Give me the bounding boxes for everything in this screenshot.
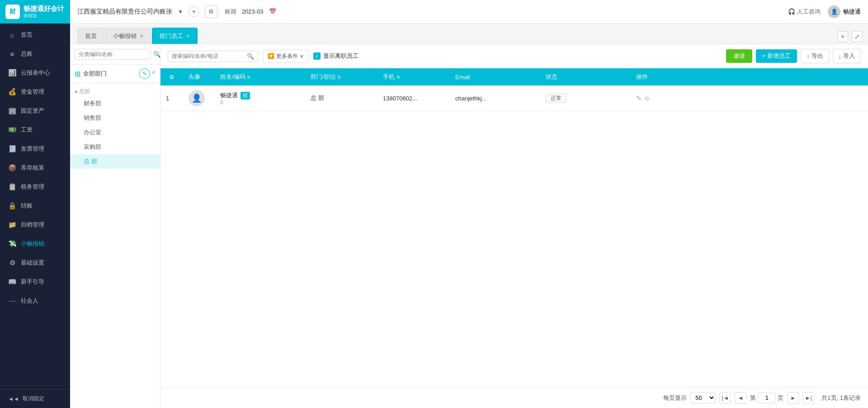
dept-item-purchase[interactable]: 采购部	[70, 140, 160, 154]
logout-employee-button[interactable]: ⎋	[645, 95, 649, 102]
sidebar-item-archive[interactable]: 📁 归档管理	[0, 215, 70, 234]
tab-expense-label: 小畅报销	[113, 32, 137, 40]
dept-actions: ✎ «	[139, 68, 156, 79]
import-button[interactable]: ↓ 导入	[833, 49, 861, 63]
tab-employees-close[interactable]: ×	[187, 33, 190, 39]
all-dept-text: 全部部门	[83, 70, 107, 78]
sidebar-item-tax[interactable]: 📋 税务管理	[0, 177, 70, 196]
export-button[interactable]: ↑ 导出	[801, 49, 829, 63]
row-status: 正常	[540, 85, 631, 111]
avatar: 👤	[828, 5, 840, 18]
home-icon: ⌂	[8, 31, 16, 39]
col-settings[interactable]: ⚙	[160, 68, 183, 85]
row-dept: 总 部	[305, 85, 377, 111]
avatar: 👤	[189, 90, 205, 106]
sidebar-item-funds[interactable]: 💰 资金管理	[0, 82, 70, 101]
col-avatar: 头像	[183, 68, 215, 85]
calendar-icon[interactable]: 📅	[269, 8, 276, 15]
dept-item-office[interactable]: 办公室	[70, 125, 160, 140]
dept-search-icon[interactable]: 🔍	[153, 51, 160, 58]
dept-tree: ▾ 总部 财务部 销售部 办公室 采购部 总 部	[70, 83, 160, 408]
sidebar-item-home[interactable]: ⌂ 首页	[0, 25, 70, 44]
row-phone: 138070602...	[377, 85, 450, 111]
page-input-wrap: 第 页	[750, 393, 783, 403]
show-resigned-label: 显示离职员工	[323, 52, 359, 60]
first-page-button[interactable]: |◄	[719, 392, 731, 404]
company-dropdown-icon[interactable]: ▼	[178, 9, 183, 15]
dept-item-general[interactable]: 总 部	[70, 154, 160, 169]
export-label: 导出	[811, 52, 823, 60]
sidebar-item-guide[interactable]: 📖 新手引导	[0, 272, 70, 291]
employee-search-input[interactable]	[172, 53, 245, 59]
user-area[interactable]: 👤 畅捷通	[828, 5, 861, 18]
col-status: 状态	[540, 68, 631, 85]
col-dept[interactable]: 部门/职位 ⇅	[305, 68, 377, 85]
tab-expense-close[interactable]: ×	[140, 33, 143, 39]
collapse-dept-button[interactable]: «	[152, 68, 156, 79]
more-icon: ⋯	[8, 297, 16, 305]
sidebar-item-more[interactable]: ⋯ 社会人	[0, 291, 70, 310]
col-name[interactable]: 姓名/编码 ⇅	[215, 68, 305, 85]
more-filter-button[interactable]: 🔽 更多条件 ∨	[263, 50, 309, 63]
dept-search-input[interactable]	[75, 49, 151, 60]
closing-icon: 🔒	[8, 202, 16, 210]
logo-icon: 财	[5, 5, 20, 19]
tab-home[interactable]: 首页	[77, 28, 104, 44]
assets-icon: 🏢	[8, 107, 16, 115]
toolbar-right: 邀请 + 新增员工 ↑ 导出 ↓ 导入	[726, 49, 861, 63]
unpin-button[interactable]: ◄◄ 取消固定	[0, 389, 70, 408]
sidebar-item-salary[interactable]: 💵 工资	[0, 120, 70, 139]
row-email: chanjethkj...	[450, 85, 540, 111]
group-label: 总部	[79, 88, 90, 95]
sidebar-item-label: 固定资产	[21, 107, 44, 115]
sidebar-item-ledger[interactable]: ≡ 总账	[0, 44, 70, 63]
tab-expense[interactable]: 小畅报销 ×	[105, 28, 151, 44]
per-page-select[interactable]: 50 10 20 100	[690, 392, 716, 403]
close-tab-button[interactable]: ×	[837, 31, 848, 42]
show-resigned-toggle[interactable]: ✓ 显示离职员工	[313, 52, 359, 60]
status-badge: 正常	[546, 94, 566, 103]
settings-button[interactable]: ⚙	[205, 5, 217, 18]
tab-home-label: 首页	[85, 32, 97, 40]
add-company-button[interactable]: +	[189, 6, 199, 17]
sidebar-item-label: 小畅报销	[21, 240, 44, 248]
edit-employee-button[interactable]: ✎	[636, 95, 642, 102]
action-btns: ✎ ⎋	[636, 95, 863, 102]
sidebar-item-inventory[interactable]: 📦 库存核算	[0, 158, 70, 177]
sidebar-item-assets[interactable]: 🏢 固定资产	[0, 101, 70, 120]
reports-icon: 📊	[8, 69, 16, 77]
period-value: 2023-03	[242, 8, 264, 15]
prev-page-button[interactable]: ◄	[735, 392, 746, 404]
sidebar-item-label: 结账	[21, 202, 33, 210]
tab-controls: × ⤢	[837, 31, 868, 44]
service-button[interactable]: 🎧 人工咨询	[788, 8, 821, 16]
sidebar-item-reports[interactable]: 📊 云报表中心	[0, 63, 70, 82]
sidebar-item-label: 总账	[21, 50, 33, 58]
invite-button[interactable]: 邀请	[726, 49, 752, 63]
page-label: 第	[750, 394, 756, 402]
sidebar-item-closing[interactable]: 🔒 结账	[0, 196, 70, 215]
sidebar-item-settings[interactable]: ⚙ 基础设置	[0, 253, 70, 272]
sidebar-item-expense[interactable]: 💸 小畅报销	[0, 234, 70, 253]
archive-icon: 📁	[8, 221, 16, 229]
total-info: 共1页, 1条记录	[821, 394, 861, 402]
page-suffix: 页	[778, 394, 783, 402]
sidebar-item-invoice[interactable]: 🧾 发票管理	[0, 139, 70, 158]
checkbox-icon: ✓	[313, 52, 321, 60]
next-page-button[interactable]: ►	[787, 392, 799, 404]
search-icon[interactable]: 🔍	[247, 53, 254, 60]
col-phone[interactable]: 手机 ⇅	[377, 68, 450, 85]
sidebar-item-label: 发票管理	[21, 145, 44, 153]
app-logo: 财 畅捷通好会计 旗舰版	[0, 0, 70, 24]
edit-dept-button[interactable]: ✎	[139, 68, 150, 79]
add-employee-button[interactable]: + 新增员工	[756, 49, 797, 63]
import-label: 导入	[843, 52, 855, 60]
last-page-button[interactable]: ►|	[802, 392, 814, 404]
sidebar-item-label: 归档管理	[21, 221, 44, 229]
dept-item-sales[interactable]: 销售部	[70, 111, 160, 125]
page-input[interactable]	[758, 393, 776, 403]
expand-tab-button[interactable]: ⤢	[852, 31, 863, 42]
sidebar-item-label: 云报表中心	[21, 69, 50, 77]
tab-employees[interactable]: 部门员工 ×	[152, 28, 198, 44]
dept-item-finance[interactable]: 财务部	[70, 96, 160, 111]
